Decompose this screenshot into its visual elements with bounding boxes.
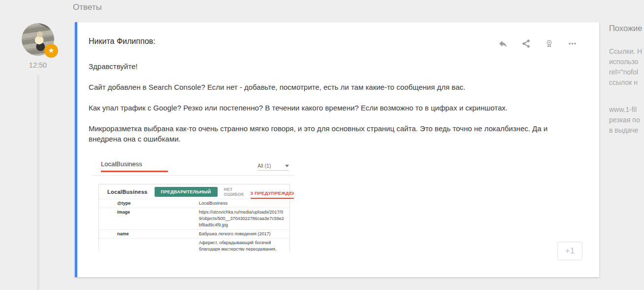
thread-timeline-divider [37,75,39,290]
sdtt-result-header: LocalBusiness ПРЕДВАРИТЕЛЬНЫЙ НЕТ ОШИБОК… [99,184,290,199]
sdtt-property-name: @type [99,199,199,208]
plus-one-button[interactable]: +1 [557,242,582,260]
sdtt-property-value: https://otzovichka.ru/media/uploads/2017… [199,208,290,229]
sdtt-errors-label: НЕТ ОШИБОК [224,187,244,197]
answer-actions [498,38,577,48]
sdtt-table-row: name Бабушка легкого поведения (2017) [99,229,290,238]
reply-icon[interactable] [498,38,508,48]
sdtt-title-underline [101,171,168,172]
sdtt-property-value: LocalBusiness [199,199,290,208]
sdtt-table-row: image https://otzovichka.ru/media/upload… [99,208,290,229]
answer-paragraph: Как упал трафик с Google? Резко или пост… [89,103,564,113]
page-title: Ответы [73,2,102,12]
post-timestamp: 12:50 [17,61,59,69]
sdtt-property-value: Бабушка легкого поведения (2017) [199,230,290,238]
similar-link[interactable]: www.1-fil резкая по в выдаче [609,105,644,136]
more-options-icon[interactable] [567,38,577,48]
chevron-down-icon [285,165,289,167]
sdtt-filter-label: All (1) [258,163,271,169]
award-icon[interactable] [544,38,554,48]
similar-link[interactable]: Ссылки. Н использо rel="nofol ссылок н [609,46,644,88]
answer-paragraph: Микроразметка выбрана как-то очень стран… [89,123,564,144]
sdtt-divider [91,175,294,176]
sdtt-property-value: Аферист, обкрадывающий богачей благодаря… [199,239,290,251]
answer-paragraph: Здравствуйте! [89,61,564,72]
similar-sidebar: Похожие Ссылки. Н использо rel="nofol сс… [609,24,644,144]
similar-heading: Похожие [609,24,644,33]
sdtt-filter-dropdown: All (1) [258,161,289,171]
answer-card-header: Никита Филиппов: [89,37,577,48]
user-avatar[interactable]: ★ [22,23,54,56]
sdtt-result-type: LocalBusiness [107,189,148,195]
sdtt-property-name: image [99,208,199,229]
sdtt-result-title: LocalBusiness [101,160,142,168]
sdtt-property-name: name [99,230,199,238]
sdtt-warnings-label: 3 ПРЕДУПРЕЖДЕНИЯ [251,188,294,199]
share-icon[interactable] [521,38,531,48]
answer-body: Здравствуйте! Сайт добавлен в Search Con… [89,61,577,144]
sdtt-table-row: @type LocalBusiness [99,199,290,208]
answer-card: Никита Филиппов: Здравствуйте! Сайт доба… [75,22,599,277]
sdtt-result-box: LocalBusiness ПРЕДВАРИТЕЛЬНЫЙ НЕТ ОШИБОК… [98,184,290,251]
sdtt-table-row: Аферист, обкрадывающий богачей благодаря… [99,238,290,251]
author-name: Никита Филиппов: [89,37,155,46]
sdtt-property-name [99,239,199,251]
star-icon: ★ [48,47,55,54]
attachment-screenshot[interactable]: LocalBusiness All (1) LocalBusiness ПРЕД… [91,157,294,251]
reputation-badge-icon: ★ [44,44,58,58]
answer-paragraph: Сайт добавлен в Search Console? Если нет… [89,82,564,92]
sdtt-preview-button: ПРЕДВАРИТЕЛЬНЫЙ [155,187,218,197]
